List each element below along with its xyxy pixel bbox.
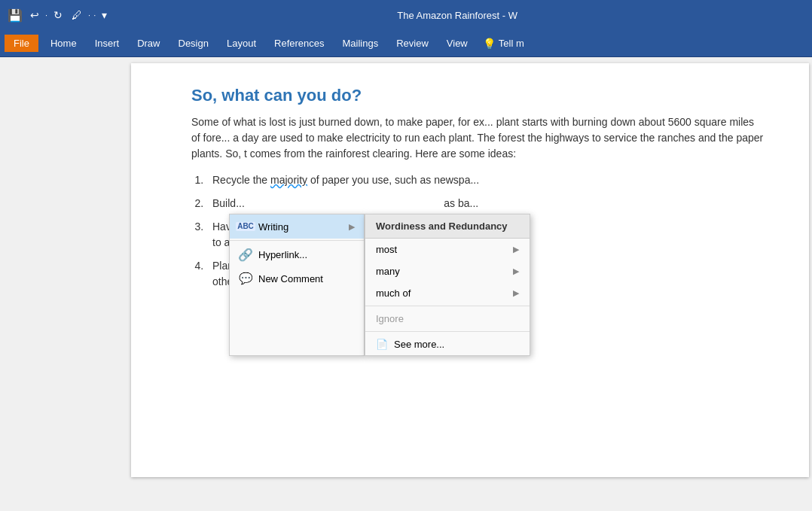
- undo-button[interactable]: ↩: [27, 8, 42, 23]
- submenu-header: Wordiness and Redundancy: [365, 214, 530, 239]
- doc-paragraph: Some of what is lost is just burned down…: [191, 114, 764, 162]
- tell-me-button[interactable]: 💡 Tell m: [477, 35, 530, 53]
- writing-abc-icon: ABC: [239, 220, 252, 233]
- highlighted-word: majority: [270, 174, 307, 186]
- menu-insert[interactable]: Insert: [86, 35, 129, 52]
- context-menu: ABC Writing ▶ 🔗 Hyperlink...: [229, 214, 365, 356]
- menu-references[interactable]: References: [265, 35, 333, 52]
- hyperlink-icon: 🔗: [239, 248, 252, 261]
- context-menu-hyperlink[interactable]: 🔗 Hyperlink...: [230, 242, 364, 266]
- context-menu-container: ABC Writing ▶ 🔗 Hyperlink...: [229, 214, 530, 356]
- title-bar-left: 💾 ↩ · ↻ 🖊 · · ▾: [8, 8, 110, 23]
- ignore-label: Ignore: [376, 313, 519, 324]
- menu-design[interactable]: Design: [169, 35, 218, 52]
- menu-file[interactable]: File: [5, 35, 38, 52]
- submenu-item-much-of[interactable]: much of ▶: [365, 282, 530, 304]
- menu-divider1: [230, 240, 364, 241]
- quick-access-toolbar: ↩ · ↻ 🖊 · · ▾: [27, 8, 110, 23]
- separator2: ·: [88, 11, 90, 20]
- list-item: Build... as ba...: [206, 196, 764, 211]
- document-area: So, what can you do? Some of what is los…: [128, 57, 812, 511]
- see-more-label: See more...: [394, 339, 519, 350]
- many-label: many: [376, 266, 507, 277]
- main-area: So, what can you do? Some of what is los…: [0, 57, 812, 511]
- most-arrow-icon: ▶: [513, 245, 519, 254]
- save-icon[interactable]: 💾: [8, 8, 23, 23]
- menu-home[interactable]: Home: [41, 35, 86, 52]
- writing-label: Writing: [258, 221, 343, 233]
- submenu-item-many[interactable]: many ▶: [365, 260, 530, 282]
- lightbulb-icon: 💡: [483, 38, 496, 50]
- format-button[interactable]: 🖊: [69, 8, 85, 23]
- title-bar: 💾 ↩ · ↻ 🖊 · · ▾ The Amazon Rainforest - …: [0, 0, 812, 30]
- document-page: So, what can you do? Some of what is los…: [131, 63, 809, 477]
- writing-submenu: Wordiness and Redundancy most ▶ many ▶ m…: [365, 214, 530, 356]
- window-title: The Amazon Rainforest - W: [110, 10, 804, 21]
- menu-mailings[interactable]: Mailings: [334, 35, 388, 52]
- menu-layout[interactable]: Layout: [218, 35, 265, 52]
- most-label: most: [376, 244, 507, 255]
- context-menu-writing[interactable]: ABC Writing ▶: [230, 214, 364, 239]
- menu-draw[interactable]: Draw: [128, 35, 169, 52]
- hyperlink-label: Hyperlink...: [258, 249, 355, 260]
- context-menu-new-comment[interactable]: 💬 New Comment: [230, 266, 364, 290]
- sidebar-left: [0, 57, 128, 511]
- menu-bar: File Home Insert Draw Design Layout Refe…: [0, 30, 812, 57]
- redo-button[interactable]: ↻: [50, 8, 66, 23]
- submenu-item-ignore[interactable]: Ignore: [365, 308, 530, 330]
- writing-arrow-icon: ▶: [349, 222, 355, 232]
- doc-heading: So, what can you do?: [191, 86, 764, 105]
- much-of-label: much of: [376, 287, 507, 299]
- submenu-item-most[interactable]: most ▶: [365, 239, 530, 260]
- submenu-item-see-more[interactable]: 📄 See more...: [365, 333, 530, 355]
- separator1: ·: [45, 11, 47, 20]
- menu-review[interactable]: Review: [387, 35, 438, 52]
- submenu-divider2: [365, 331, 530, 332]
- see-more-icon: 📄: [376, 339, 388, 350]
- dropdown-button[interactable]: ▾: [99, 8, 110, 23]
- much-of-arrow-icon: ▶: [513, 288, 519, 298]
- menu-view[interactable]: View: [438, 35, 477, 52]
- word-app-icon: 💾: [8, 8, 23, 23]
- list-item: Recycle the majority of paper you use, s…: [206, 172, 764, 188]
- submenu-divider1: [365, 306, 530, 306]
- tell-me-label: Tell m: [499, 38, 524, 49]
- many-arrow-icon: ▶: [513, 266, 519, 276]
- separator3: ·: [93, 11, 96, 20]
- new-comment-label: New Comment: [258, 273, 355, 284]
- comment-icon: 💬: [239, 272, 252, 285]
